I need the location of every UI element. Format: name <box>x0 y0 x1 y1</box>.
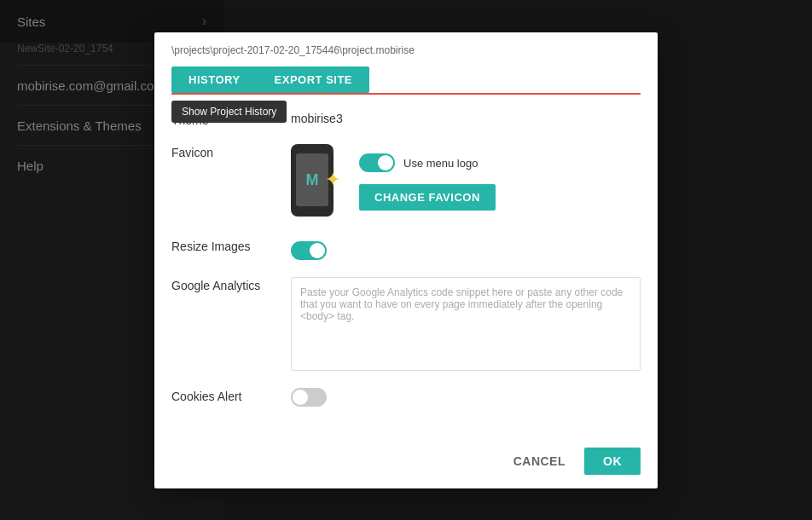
modal-top-section: \projects\project-2017-02-20_175446\proj… <box>154 32 658 95</box>
ok-button[interactable]: OK <box>584 448 641 475</box>
favicon-control: M ✦ Use menu logo CHANGE FAVICON <box>291 144 641 221</box>
cookies-alert-control <box>291 388 641 407</box>
theme-control: mobirise3 <box>291 112 641 125</box>
resize-images-label: Resize Images <box>171 238 291 253</box>
phone-icon: M ✦ <box>291 144 334 217</box>
google-analytics-row: Google Analytics <box>171 277 641 371</box>
cancel-button[interactable]: CANCEL <box>503 448 576 475</box>
settings-modal: \projects\project-2017-02-20_175446\proj… <box>154 32 658 488</box>
phone-screen: M <box>296 153 328 206</box>
resize-images-control <box>291 238 641 260</box>
resize-images-toggle[interactable] <box>291 241 327 260</box>
cookies-alert-row: Cookies Alert <box>171 388 641 407</box>
resize-images-row: Resize Images <box>171 238 641 260</box>
modal-overlay: \projects\project-2017-02-20_175446\proj… <box>0 0 812 520</box>
favicon-row: Favicon M ✦ Use menu logo <box>171 144 641 221</box>
google-analytics-textarea[interactable] <box>291 277 641 371</box>
modal-footer: CANCEL OK <box>154 437 658 488</box>
theme-value: mobirise3 <box>291 112 343 125</box>
cookies-alert-label: Cookies Alert <box>171 388 291 403</box>
favicon-right: Use menu logo CHANGE FAVICON <box>359 153 496 211</box>
google-analytics-label: Google Analytics <box>171 277 291 292</box>
sun-icon: ✦ <box>325 169 340 191</box>
modal-body: Theme mobirise3 Favicon M ✦ <box>154 95 658 437</box>
cookies-alert-toggle[interactable] <box>291 388 327 407</box>
google-analytics-control <box>291 277 641 371</box>
use-menu-logo-row: Use menu logo <box>359 153 496 172</box>
favicon-label: Favicon <box>171 144 291 159</box>
use-menu-logo-label: Use menu logo <box>403 157 478 170</box>
history-tooltip: Show Project History <box>171 101 287 123</box>
modal-tabs: HISTORY EXPORT SITE Show Project History <box>171 66 641 93</box>
modal-path: \projects\project-2017-02-20_175446\proj… <box>171 44 641 56</box>
favicon-preview: M ✦ <box>291 144 342 221</box>
use-menu-logo-toggle[interactable] <box>359 153 395 172</box>
tab-history-button[interactable]: HISTORY <box>171 66 258 93</box>
change-favicon-button[interactable]: CHANGE FAVICON <box>359 184 496 211</box>
tab-export-button[interactable]: EXPORT SITE <box>258 66 369 93</box>
